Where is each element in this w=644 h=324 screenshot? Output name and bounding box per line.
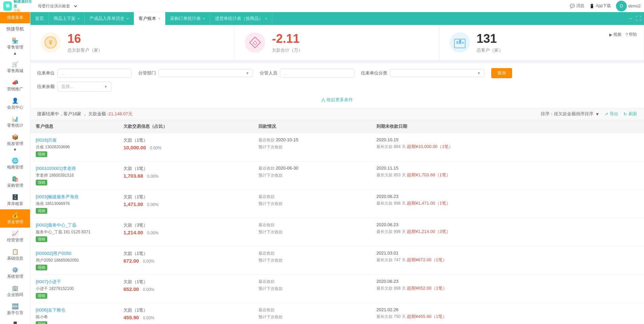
- balance-select[interactable]: 选择... ▼: [57, 82, 111, 92]
- cell-due-0: 2020.10.15 最长欠款 884 天 超期¥10,000.00（1笔）: [371, 133, 644, 161]
- from-unit-input[interactable]: ...: [57, 69, 132, 78]
- sidebar-item-basic[interactable]: 📋 基础信息: [0, 246, 30, 264]
- overdue-link[interactable]: 超期¥1,703.68（1笔）: [407, 172, 451, 177]
- table-header-row: 客户信息 欠款交易信息（占比） 回款情况 到期未收款日期: [30, 120, 644, 133]
- tab-purchase-order[interactable]: 采购订单统计表 ×: [165, 12, 210, 25]
- sidebar-item-batch-mgmt[interactable]: 📦 批发管理 ▼: [0, 131, 30, 155]
- debt-percent: 0.00%: [147, 174, 159, 179]
- customer-name-link[interactable]: [0002]服务中心_丁磊: [36, 222, 113, 228]
- customer-name-link[interactable]: [0003]畅捷服务尹海燕: [36, 194, 113, 200]
- table-row: [0001020001]李老师 李老师 18600391516 现销 欠款（1笔…: [30, 161, 644, 190]
- overdue-link[interactable]: 超期¥1,471.00（1笔）: [407, 201, 451, 206]
- table-row: [0006]去下粮仓 陈小希 现销 欠款（1笔） 455.90 0.00% 最近…: [30, 303, 644, 324]
- sidebar-item-enterprise[interactable]: 🏢 企业协同: [0, 282, 30, 300]
- result-bar: 搜索结果中，客户16家 ， 欠款金额 -21,148.07元 排序：按欠款金额倒…: [30, 108, 644, 120]
- overdue-link[interactable]: 超期¥1,214.00（3笔）: [407, 229, 451, 234]
- search-button[interactable]: 查询: [491, 68, 512, 78]
- stat-info-total-customers: 131 总客户（家）: [477, 32, 503, 53]
- page-content: ¥ 16 总欠款客户（家） ◇ -2.11: [30, 25, 644, 324]
- data-table: 客户信息 欠款交易信息（占比） 回款情况 到期未收款日期 [0016]吕俊 吕俊…: [30, 120, 644, 324]
- overdue-link[interactable]: 超期¥652.00（1笔）: [407, 286, 447, 291]
- tab-production[interactable]: 产成品入库单历史 ×: [85, 12, 134, 25]
- overdue-days: 最长欠款 747 天: [376, 258, 407, 262]
- cell-payment-5: 最近收款 预计下次收款: [253, 275, 371, 303]
- unit-class-label: 往来单位分类: [361, 70, 387, 76]
- app-download-btn[interactable]: 📱 App下载: [589, 3, 611, 9]
- collapse-btn[interactable]: ⋀ 收起更多条件: [321, 97, 353, 103]
- customer-name-link[interactable]: [0007]小进干: [36, 279, 113, 285]
- tab-inbound-close[interactable]: ×: [265, 17, 267, 21]
- user-menu[interactable]: D demo2: [616, 1, 641, 11]
- payment-info: 最近收款: [258, 222, 366, 228]
- overdue-link[interactable]: 超期¥672.00（1笔）: [407, 257, 447, 262]
- debt-count: 欠款（1笔）: [123, 251, 248, 257]
- sidebar-item-finance[interactable]: 💰 资金管理: [0, 209, 30, 228]
- sidebar-item-retail-mgmt[interactable]: 🏪 零售管理 ▲: [0, 35, 30, 58]
- tenant-selector[interactable]: 母婴行业演示账套: [34, 3, 78, 9]
- refresh-btn[interactable]: ↻ 刷新: [623, 111, 637, 117]
- customer-phone: 陈小希: [36, 314, 113, 320]
- from-unit-label: 往来单位: [37, 70, 55, 76]
- cell-customer-3: [0002]服务中心_丁磊 服务中心_丁磊 181 0125 8371 现销: [30, 218, 118, 246]
- unit-class-input[interactable]: ▼: [390, 69, 484, 77]
- sidebar-item-retail-mall[interactable]: 🛒 零售商城: [0, 58, 30, 77]
- overdue-date: 2020.11.15: [376, 166, 639, 171]
- sidebar-item-marketing[interactable]: 📣 营销推广: [0, 77, 30, 95]
- sidebar-item-retail-stat[interactable]: 📊 零售统计: [0, 113, 30, 131]
- col-debt-info: 欠款交易信息（占比）: [118, 120, 253, 133]
- customer-name-link[interactable]: [000002]用户2050: [36, 251, 113, 257]
- cell-customer-1: [0001020001]李老师 李老师 18600391516 现销: [30, 161, 118, 190]
- overdue-link[interactable]: 超期¥455.90（1笔）: [407, 314, 447, 319]
- sidebar-item-purchase[interactable]: 🛍️ 采购管理: [0, 173, 30, 191]
- sidebar-item-system[interactable]: ⚙️ 系统管理: [0, 264, 30, 282]
- customer-phone: 李老师 18600391516: [36, 173, 113, 178]
- search-menu-btn[interactable]: 搜索菜单: [0, 12, 30, 23]
- tab-inbound-stats[interactable]: 进货单统计表（按商品） ×: [210, 12, 272, 25]
- top-right: 💬 消息 📱 App下载 D demo2: [570, 1, 641, 11]
- tab-customer-label: 客户账本: [139, 16, 156, 22]
- sidebar-item-operation[interactable]: 📈 经营管理: [0, 228, 30, 246]
- cell-due-4: 2021.03.01 最长欠款 747 天 超期¥672.00（1笔）: [371, 246, 644, 275]
- video-link[interactable]: ▶ 视频: [609, 32, 621, 37]
- chevron-batch-icon: ▼: [13, 147, 17, 152]
- tab-products-close[interactable]: ×: [78, 17, 80, 21]
- help-icon: ?: [625, 32, 628, 37]
- overdue-link[interactable]: 超期¥10,000.00（1笔）: [407, 144, 453, 149]
- stat-card-debt-amount: ◇ -2.11 欠款合计（万）: [235, 25, 439, 60]
- cell-due-3: 2020.06.23 最长欠款 998 天 超期¥1,214.00（3笔）: [371, 218, 644, 246]
- tab-production-close[interactable]: ×: [127, 17, 129, 21]
- sort-btn[interactable]: 排序：按欠款金额倒序排序 ▼: [541, 111, 599, 117]
- download-icon: 📱: [589, 4, 594, 8]
- app-name: 畅捷通好生意: [13, 0, 34, 8]
- payment-info: 最近收款 2020-06-30: [258, 166, 366, 171]
- customer-name-link[interactable]: [0006]去下粮仓: [36, 307, 113, 313]
- sidebar-item-guide[interactable]: 🆕 新手引导: [0, 300, 30, 319]
- export-btn[interactable]: ↗ 导出: [605, 111, 618, 117]
- debt-percent: 0.00%: [143, 316, 155, 320]
- tab-maximize-btn[interactable]: ⛶: [636, 16, 641, 22]
- tab-products[interactable]: 商品上下架 ×: [49, 12, 85, 25]
- sidebar-item-nav[interactable]: 快捷导航: [0, 23, 30, 35]
- tab-minimize-btn[interactable]: －: [628, 15, 633, 22]
- sidebar-item-inventory[interactable]: 🗄️ 库存核算: [0, 191, 30, 209]
- debt-percent: 0.00%: [147, 202, 159, 207]
- help-link[interactable]: ? 帮助: [625, 32, 637, 37]
- customer-name-link[interactable]: [0016]吕俊: [36, 137, 113, 143]
- tab-customer-close[interactable]: ×: [158, 17, 160, 21]
- customer-name-link[interactable]: [0001020001]李老师: [36, 166, 113, 172]
- tab-home-label: 首页: [35, 16, 44, 22]
- cell-customer-2: [0003]畅捷服务尹海燕 海燕 18513066976 现销: [30, 190, 118, 218]
- tab-customer-account[interactable]: 客户账本 ×: [134, 12, 165, 25]
- tab-home[interactable]: 首页: [30, 12, 49, 25]
- dept-input[interactable]: ▼: [159, 69, 253, 77]
- sidebar-item-member[interactable]: 👤 会员中心: [0, 95, 30, 113]
- balance-chevron-icon: ▼: [104, 85, 108, 89]
- sidebar-item-ecommerce[interactable]: 🌐 电商管理: [0, 155, 30, 173]
- sidebar-item-apps[interactable]: 📱 应用中心: [0, 319, 30, 324]
- payment-info: 最近收款: [258, 307, 366, 313]
- tab-purchase-close[interactable]: ×: [203, 17, 205, 21]
- manager-input[interactable]: ...: [280, 69, 354, 78]
- sidebar: 搜索菜单 快捷导航 🏪 零售管理 ▲ 🛒 零售商城 📣 营销推广 👤 会员中心: [0, 12, 30, 324]
- purchase-icon: 🛍️: [12, 176, 19, 182]
- message-btn[interactable]: 💬 消息: [570, 3, 584, 9]
